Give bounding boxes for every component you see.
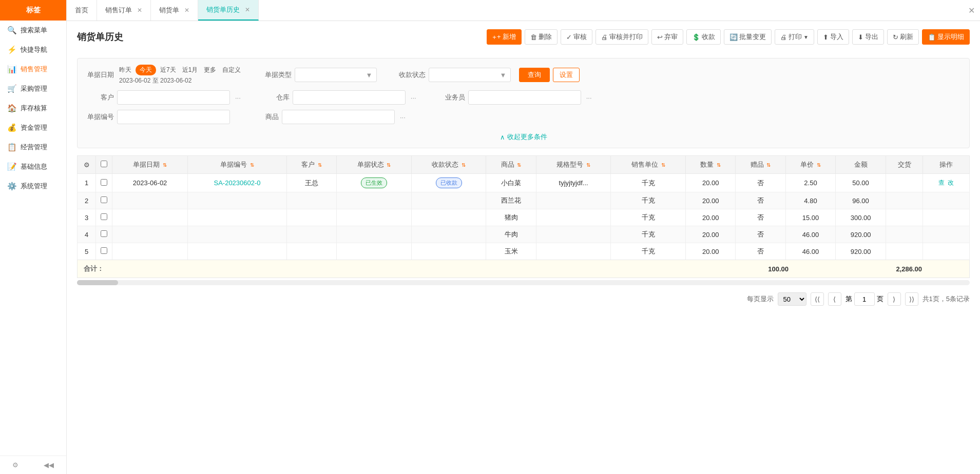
sidebar-item-sales-mgmt[interactable]: 📊 销售管理	[0, 60, 66, 79]
staff-dots[interactable]: ···	[586, 94, 592, 102]
cell-checkbox[interactable]	[96, 243, 112, 260]
page-number-input[interactable]	[854, 292, 875, 306]
refresh-button[interactable]: ↻ 刷新	[887, 29, 919, 45]
tab-sales-order-close[interactable]: ✕	[137, 7, 142, 14]
row-checkbox[interactable]	[101, 213, 107, 220]
filter-doc-type-select[interactable]: ▼	[295, 68, 377, 82]
row-checkbox[interactable]	[101, 247, 107, 254]
tab-sales-history-close[interactable]: ✕	[245, 6, 250, 13]
col-customer[interactable]: 客户 ⇅	[286, 156, 336, 174]
date-shortcuts: 昨天 今天 近7天 近1月 更多 自定义	[117, 65, 243, 75]
sidebar-item-quick-nav[interactable]: ⚡ 快捷导航	[0, 40, 66, 60]
cell-checkbox[interactable]	[96, 226, 112, 243]
filter-warehouse-input[interactable]	[293, 90, 406, 105]
col-transaction[interactable]: 交货	[886, 156, 923, 174]
tab-sales-order[interactable]: 销售订单 ✕	[97, 0, 151, 21]
col-doc-status[interactable]: 单据状态 ⇅	[337, 156, 412, 174]
export-button[interactable]: ⬇ 导出	[852, 29, 884, 45]
audit-button[interactable]: ✓ 审核	[561, 29, 592, 45]
col-amount[interactable]: 金额	[836, 156, 886, 174]
filter-doc-no-input[interactable]	[117, 110, 230, 124]
col-qty[interactable]: 数量 ⇅	[685, 156, 735, 174]
cell-checkbox[interactable]	[96, 174, 112, 192]
abandon-button[interactable]: ↩ 弃审	[651, 29, 683, 45]
new-icon: +	[492, 33, 496, 41]
view-action-link[interactable]: 查	[938, 179, 945, 186]
shortcut-custom[interactable]: 自定义	[220, 65, 243, 75]
tab-home[interactable]: 首页	[67, 0, 97, 21]
audit-print-button[interactable]: 🖨 审核并打印	[595, 29, 648, 45]
collapse-filter-button[interactable]: ∧ 收起更多条件	[86, 129, 961, 142]
shortcut-7days[interactable]: 近7天	[158, 65, 178, 75]
query-button[interactable]: 查询	[519, 68, 550, 82]
sidebar-settings-icon[interactable]: ⚙	[12, 461, 18, 469]
new-button[interactable]: + + 新增	[487, 29, 522, 45]
cell-checkbox[interactable]	[96, 192, 112, 209]
tab-sales-history[interactable]: 销货单历史 ✕	[198, 0, 259, 21]
customer-dots[interactable]: ···	[235, 94, 241, 102]
col-collect-status[interactable]: 收款状态 ⇅	[411, 156, 486, 174]
col-sales-unit[interactable]: 销售单位 ⇅	[611, 156, 686, 174]
scroll-thumb[interactable]	[77, 280, 118, 285]
import-button[interactable]: ⬆ 导入	[817, 29, 849, 45]
shortcut-yesterday[interactable]: 昨天	[117, 65, 133, 75]
col-settings[interactable]: ⚙	[78, 156, 96, 174]
row-checkbox[interactable]	[101, 230, 107, 237]
sidebar-item-inventory-calc[interactable]: 🏠 库存核算	[0, 98, 66, 118]
delete-button[interactable]: 🗑 删除	[525, 29, 558, 45]
first-page-button[interactable]: ⟨⟨	[811, 292, 824, 306]
collect-icon: 💲	[692, 33, 700, 41]
cell-qty: 20.00	[685, 209, 735, 226]
col-goods[interactable]: 商品 ⇅	[486, 156, 536, 174]
doc-no-link[interactable]: SA-20230602-0	[214, 179, 260, 187]
cell-action	[923, 192, 970, 209]
doc-type-dropdown-icon: ▼	[366, 71, 373, 79]
shortcut-today[interactable]: 今天	[136, 65, 156, 75]
shortcut-1month[interactable]: 近1月	[180, 65, 200, 75]
col-doc-date[interactable]: 单据日期 ⇅	[112, 156, 188, 174]
cell-action	[923, 209, 970, 226]
sidebar-item-basic-info[interactable]: 📝 基础信息	[0, 157, 66, 176]
tab-bar-close-all[interactable]: ✕	[968, 6, 980, 15]
col-checkbox[interactable]	[96, 156, 112, 174]
horizontal-scrollbar[interactable]	[77, 280, 970, 285]
col-doc-no[interactable]: 单据编号 ⇅	[188, 156, 287, 174]
sidebar-item-sys-mgmt[interactable]: ⚙️ 系统管理	[0, 176, 66, 196]
select-all-checkbox[interactable]	[101, 161, 107, 167]
sidebar-collapse-icon[interactable]: ◀◀	[44, 461, 54, 469]
cell-checkbox[interactable]	[96, 209, 112, 226]
row-checkbox[interactable]	[101, 179, 107, 186]
cell-sales-unit: 千克	[611, 209, 686, 226]
collect-button[interactable]: 💲 收款	[686, 29, 721, 45]
prev-page-button[interactable]: ⟨	[828, 292, 841, 306]
filter-goods-input[interactable]	[282, 110, 395, 124]
edit-action-link[interactable]: 改	[948, 179, 954, 186]
sidebar-item-search-menu[interactable]: 🔍 搜索菜单	[0, 21, 66, 40]
next-page-button[interactable]: ⟩	[888, 292, 901, 306]
filter-staff-input[interactable]	[468, 90, 581, 105]
print-button[interactable]: 🖨 打印 ▼	[775, 29, 814, 45]
delete-icon: 🗑	[530, 33, 537, 41]
filter-customer-input[interactable]	[117, 90, 230, 105]
filter-collect-status-select[interactable]: ▼	[429, 68, 511, 82]
col-gift[interactable]: 赠品 ⇅	[736, 156, 785, 174]
sidebar-item-fund-mgmt[interactable]: 💰 资金管理	[0, 118, 66, 137]
batch-change-button[interactable]: 🔄 批量变更	[724, 29, 772, 45]
goods-dots[interactable]: ···	[400, 113, 406, 121]
show-detail-button[interactable]: 📋 显示明细	[922, 29, 970, 45]
last-page-button[interactable]: ⟩⟩	[905, 292, 918, 306]
sidebar-item-ops-mgmt[interactable]: 📋 经营管理	[0, 137, 66, 157]
per-page-select[interactable]: 50 100 200	[778, 292, 806, 306]
warehouse-dots[interactable]: ···	[411, 94, 416, 102]
shortcut-more[interactable]: 更多	[202, 65, 218, 75]
settings-button[interactable]: 设置	[553, 68, 580, 82]
sidebar-item-purchase-mgmt[interactable]: 🛒 采购管理	[0, 79, 66, 98]
tab-sales-goods[interactable]: 销货单 ✕	[151, 0, 198, 21]
col-unit-price[interactable]: 单价 ⇅	[785, 156, 835, 174]
filter-area: 单据日期 昨天 今天 近7天 近1月 更多 自定义 2023-06-02 至 2…	[77, 58, 970, 148]
row-checkbox[interactable]	[101, 196, 107, 203]
sort-sales-unit-icon: ⇅	[661, 162, 665, 168]
tab-sales-goods-close[interactable]: ✕	[184, 7, 189, 14]
col-spec[interactable]: 规格型号 ⇅	[536, 156, 611, 174]
cell-spec	[536, 243, 611, 260]
